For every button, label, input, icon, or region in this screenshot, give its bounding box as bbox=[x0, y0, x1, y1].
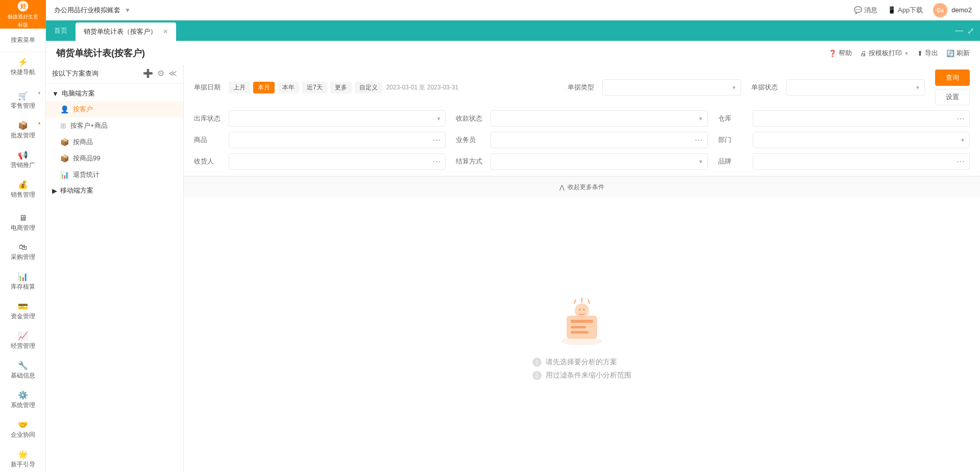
tab-close-icon[interactable]: ✕ bbox=[163, 28, 168, 35]
sidebar-item-purchase[interactable]: 🛍 采购管理 bbox=[0, 238, 45, 267]
receiver-control[interactable]: ··· bbox=[229, 153, 446, 170]
scheme-item-by-product-99[interactable]: 📦 按商品99 bbox=[46, 150, 183, 167]
date-custom-btn[interactable]: 自定义 bbox=[355, 82, 382, 93]
receiver-label: 收货人 bbox=[194, 157, 225, 166]
left-panel-title: 按以下方案查询 bbox=[52, 69, 99, 78]
export-button[interactable]: ⬆ 导出 bbox=[917, 49, 938, 58]
sidebar-search[interactable]: 搜索菜单 bbox=[0, 29, 45, 52]
tab-home-label: 首页 bbox=[54, 26, 67, 35]
left-panel-header: 按以下方案查询 ➕ ⚙ ≪ bbox=[46, 63, 183, 84]
print-button[interactable]: 🖨 按模板打印 ▼ bbox=[860, 49, 909, 58]
scheme-group-mobile[interactable]: ▶ 移动端方案 bbox=[46, 183, 183, 198]
receiver-dots[interactable]: ··· bbox=[433, 158, 441, 165]
app-download-label: App下载 bbox=[898, 6, 923, 15]
collapse-btn[interactable]: ⋀ 收起更多条件 bbox=[559, 180, 604, 195]
purchase-icon: 🛍 bbox=[19, 243, 27, 252]
receipt-status-control[interactable]: ▼ bbox=[491, 110, 707, 127]
right-panel: 单据日期 上月 本月 本年 近7天 更多 自定义 2023-03-01 至 20… bbox=[184, 63, 980, 472]
sidebar-item-basic[interactable]: 🔧 基础信息 bbox=[0, 356, 45, 385]
system-label: 系统管理 bbox=[11, 401, 35, 410]
sidebar-item-newbie[interactable]: 🌟 新手引导 bbox=[0, 444, 45, 472]
inventory-icon: 📊 bbox=[18, 272, 28, 281]
department-label: 部门 bbox=[718, 135, 749, 145]
doc-type-control[interactable]: ▼ bbox=[602, 79, 741, 96]
query-button[interactable]: 查询 bbox=[935, 69, 970, 86]
salesperson-dots[interactable]: ··· bbox=[695, 136, 703, 144]
warehouse-control[interactable]: ··· bbox=[753, 110, 970, 127]
sidebar-item-system[interactable]: ⚙️ 系统管理 bbox=[0, 385, 45, 415]
brand-dots[interactable]: ··· bbox=[957, 158, 965, 165]
sidebar-item-wholesale[interactable]: 📦 批发管理 ▲ bbox=[0, 115, 45, 145]
scheme-item-by-customer[interactable]: 👤 按客户 bbox=[46, 101, 183, 117]
app-name: 畅捷通好生意 bbox=[8, 13, 38, 20]
scheme-item-by-customer-product[interactable]: ⊞ 按客户+商品 bbox=[46, 117, 183, 134]
sidebar-item-marketing[interactable]: 📢 营销推广 bbox=[0, 145, 45, 175]
payment-control[interactable]: ▼ bbox=[491, 153, 707, 170]
tab-sales-stats[interactable]: 销货单统计表（按客户） ✕ bbox=[76, 22, 176, 41]
filter-payment: 结算方式 ▼ bbox=[456, 153, 707, 170]
date-this-year-btn[interactable]: 本年 bbox=[278, 82, 299, 93]
collapse-panel-icon[interactable]: ≪ bbox=[168, 68, 177, 78]
filter-row-2: 出库状态 ▼ 收款状态 ▼ bbox=[194, 110, 970, 127]
date-more-btn[interactable]: 更多 bbox=[330, 82, 352, 93]
sidebar-logo[interactable]: 好 畅捷通好生意 标版 bbox=[0, 0, 46, 29]
out-status-control[interactable]: ▼ bbox=[229, 110, 446, 127]
print-label: 按模板打印 bbox=[869, 49, 902, 58]
sidebar-item-inventory[interactable]: 📊 库存核算 bbox=[0, 267, 45, 296]
user-area[interactable]: Ea demo2 bbox=[933, 3, 972, 17]
main-area: 办公用品行业模拟账套 ▼ 💬 消息 📱 App下载 Ea demo2 首页 bbox=[46, 0, 980, 472]
doc-status-control[interactable]: ▼ bbox=[786, 79, 925, 96]
purchase-label: 采购管理 bbox=[11, 253, 35, 262]
search-menu-label[interactable]: 搜索菜单 bbox=[11, 33, 35, 48]
date-last-7-btn[interactable]: 近7天 bbox=[302, 82, 327, 93]
tab-maximize-icon[interactable]: ⤢ bbox=[967, 26, 974, 36]
tab-minimize-icon[interactable]: — bbox=[955, 26, 963, 35]
brand-label: 品牌 bbox=[718, 157, 749, 166]
scheme-group-desktop[interactable]: ▼ 电脑端方案 bbox=[46, 86, 183, 101]
department-control[interactable]: ▼ bbox=[753, 132, 970, 148]
sidebar-item-ecommerce[interactable]: 🖥 电商管理 bbox=[0, 208, 45, 238]
message-action[interactable]: 💬 消息 bbox=[854, 6, 877, 15]
by-product-99-icon: 📦 bbox=[60, 154, 69, 162]
doc-type-label: 单据类型 bbox=[568, 83, 598, 92]
refresh-button[interactable]: 🔄 刷新 bbox=[946, 49, 970, 58]
wholesale-icon: 📦 bbox=[18, 121, 28, 130]
sidebar-item-business[interactable]: 📈 经营管理 bbox=[0, 326, 45, 356]
settings-scheme-icon[interactable]: ⚙ bbox=[157, 68, 164, 78]
scheme-group-mobile-header[interactable]: ▶ 移动端方案 bbox=[46, 183, 183, 198]
svg-point-9 bbox=[583, 309, 585, 311]
sidebar-item-guide[interactable]: ⚡ 快捷导航 bbox=[0, 52, 45, 82]
scheme-group-desktop-header[interactable]: ▼ 电脑端方案 bbox=[46, 86, 183, 101]
scheme-item-refund[interactable]: 📊 退货统计 bbox=[46, 167, 183, 183]
basic-label: 基础信息 bbox=[11, 371, 35, 380]
filter-area: 单据日期 上月 本月 本年 近7天 更多 自定义 2023-03-01 至 20… bbox=[184, 63, 980, 176]
sidebar-item-enterprise[interactable]: 🤝 企业协同 bbox=[0, 415, 45, 444]
add-scheme-icon[interactable]: ➕ bbox=[143, 68, 153, 78]
product-control[interactable]: ··· bbox=[229, 132, 446, 148]
settings-button[interactable]: 设置 bbox=[935, 89, 970, 105]
empty-state-tips: 1 请先选择要分析的方案 2 用过滤条件来缩小分析范围 bbox=[532, 358, 631, 380]
marketing-icon: 📢 bbox=[18, 150, 28, 160]
filter-out-status: 出库状态 ▼ bbox=[194, 110, 446, 127]
sidebar-item-retail[interactable]: 🛒 零售管理 ▼ bbox=[0, 86, 45, 115]
app-download-action[interactable]: 📱 App下载 bbox=[888, 6, 923, 15]
help-button[interactable]: ❓ 帮助 bbox=[828, 49, 852, 58]
empty-tip-2: 2 用过滤条件来缩小分析范围 bbox=[532, 371, 631, 380]
date-this-month-btn[interactable]: 本月 bbox=[253, 82, 275, 93]
brand-control[interactable]: ··· bbox=[753, 153, 970, 170]
salesperson-control[interactable]: ··· bbox=[491, 132, 707, 148]
page-content: 销货单统计表(按客户) ❓ 帮助 🖨 按模板打印 ▼ ⬆ 导出 🔄 刷新 bbox=[46, 41, 980, 472]
date-last-month-btn[interactable]: 上月 bbox=[229, 82, 250, 93]
product-dots[interactable]: ··· bbox=[433, 136, 441, 144]
sidebar-item-finance[interactable]: 💳 资金管理 bbox=[0, 296, 45, 326]
collapse-section: ⋀ 收起更多条件 bbox=[184, 176, 980, 198]
sales-icon: 💰 bbox=[18, 180, 28, 190]
svg-line-12 bbox=[588, 299, 590, 303]
business-label: 经营管理 bbox=[11, 342, 35, 350]
tab-home[interactable]: 首页 bbox=[46, 20, 76, 41]
header-dropdown-icon[interactable]: ▼ bbox=[125, 7, 131, 14]
scheme-item-by-product[interactable]: 📦 按商品 bbox=[46, 134, 183, 150]
sidebar-item-sales[interactable]: 💰 销售管理 bbox=[0, 175, 45, 204]
warehouse-dots[interactable]: ··· bbox=[957, 115, 965, 122]
by-customer-product-icon: ⊞ bbox=[60, 122, 66, 130]
